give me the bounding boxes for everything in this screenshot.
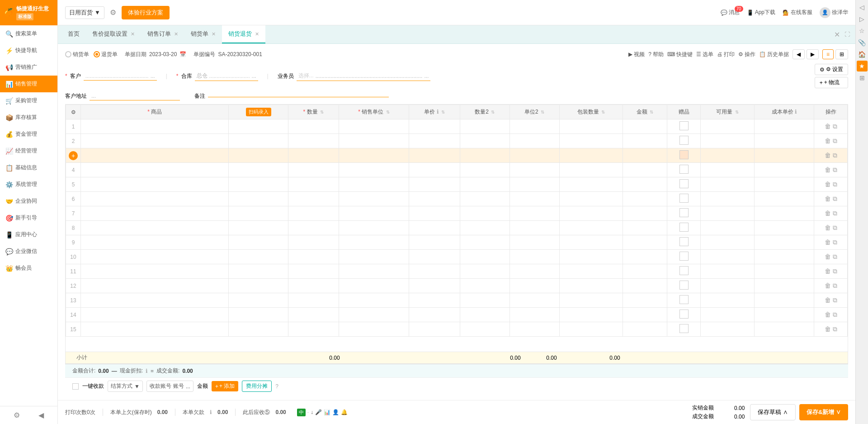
cost-cell[interactable] (755, 148, 814, 163)
gift-cell[interactable] (667, 119, 701, 134)
gift-checkbox[interactable] (679, 237, 689, 246)
payment-help-icon[interactable]: ? (275, 383, 278, 390)
unit2-cell[interactable] (509, 134, 559, 148)
tab-sales-bill-close[interactable]: ✕ (212, 31, 216, 37)
price-cell[interactable] (409, 134, 460, 148)
copy-row-btn[interactable]: ⧉ (833, 123, 837, 130)
add-payment-btn[interactable]: + + 添加 (212, 381, 238, 391)
available-sort[interactable]: ⇅ (735, 110, 739, 114)
delete-row-btn[interactable]: 🗑 (825, 137, 831, 145)
unit2-cell[interactable] (509, 119, 559, 134)
qty-cell[interactable] (288, 119, 339, 134)
gift-checkbox[interactable] (679, 150, 689, 159)
sidebar-item-guide[interactable]: 🎯 新手引导 (0, 210, 57, 226)
gift-checkbox[interactable] (679, 281, 689, 290)
radio-sales[interactable]: 销货单 (65, 51, 89, 58)
copy-row-btn[interactable]: ⧉ (833, 224, 837, 232)
gift-checkbox[interactable] (679, 208, 689, 217)
amount-cell[interactable] (623, 119, 667, 134)
col-scan[interactable]: 扫码录入 (229, 105, 288, 119)
copy-row-btn[interactable]: ⧉ (833, 166, 837, 174)
qty-cell[interactable] (288, 148, 339, 163)
delete-row-btn[interactable]: 🗑 (825, 195, 831, 203)
price-cell[interactable] (409, 119, 460, 134)
sidebar-item-sales[interactable]: 📊 销售管理 (0, 76, 57, 92)
copy-row-btn[interactable]: ⧉ (833, 137, 837, 145)
pack-sort[interactable]: ⇅ (601, 110, 605, 114)
sidebar-item-app-center[interactable]: 📱 应用中心 (0, 226, 57, 243)
gift-checkbox[interactable] (679, 223, 689, 232)
cost-cell[interactable] (755, 134, 814, 148)
status-icon-zhong[interactable]: 中 (297, 409, 306, 416)
delete-row-btn[interactable]: 🗑 (825, 210, 831, 217)
copy-row-btn[interactable]: ⧉ (833, 238, 837, 246)
unit-cell[interactable] (339, 148, 409, 163)
pack-cell[interactable] (559, 119, 623, 134)
toolbar-shortcut[interactable]: ⌨ 快捷键 (667, 51, 693, 58)
settings-btn[interactable]: ⚙ ⚙ 设置 (815, 64, 848, 75)
delete-row-btn[interactable]: 🗑 (825, 282, 831, 290)
unit-cell[interactable] (339, 119, 409, 134)
right-panel-btn-7[interactable]: ⊞ (857, 72, 868, 83)
copy-row-btn[interactable]: ⧉ (833, 195, 837, 203)
copy-row-btn[interactable]: ⧉ (833, 152, 837, 159)
delete-row-btn[interactable]: 🗑 (825, 325, 831, 333)
address-input[interactable]: ... (90, 92, 180, 100)
right-panel-btn-4[interactable]: 📎 (857, 37, 868, 48)
tab-sales-order[interactable]: 销售订单 ✕ (141, 25, 184, 43)
delete-row-btn[interactable]: 🗑 (825, 296, 831, 304)
gift-checkbox[interactable] (679, 266, 689, 275)
remark-input[interactable] (208, 95, 389, 97)
toolbar-video[interactable]: ▶ 视频 (628, 51, 645, 58)
available-cell[interactable] (700, 134, 754, 148)
amount-cell[interactable] (623, 134, 667, 148)
status-icon-dot[interactable]: · (307, 409, 309, 415)
gift-checkbox[interactable] (679, 121, 689, 130)
gift-checkbox[interactable] (679, 136, 689, 145)
status-icon-user[interactable]: 👤 (332, 409, 339, 415)
copy-row-btn[interactable]: ⧉ (833, 282, 837, 290)
amount-sort[interactable]: ⇅ (650, 110, 653, 114)
salesperson-input[interactable]: 选择... ..................................… (297, 71, 431, 81)
trial-button[interactable]: 体验行业方案 (122, 6, 170, 19)
delete-row-btn[interactable]: 🗑 (825, 238, 831, 246)
delete-row-btn[interactable]: 🗑 (825, 253, 831, 261)
price-cell[interactable] (409, 148, 460, 163)
new-goods-cell[interactable] (81, 148, 229, 163)
header-gear-btn[interactable]: ⚙ (108, 6, 118, 19)
delete-row-btn[interactable]: 🗑 (825, 123, 831, 130)
pack-cell[interactable] (559, 148, 623, 163)
gift-checkbox[interactable] (679, 324, 689, 333)
qty-sort[interactable]: ⇅ (320, 110, 324, 114)
gift-checkbox[interactable] (679, 310, 689, 319)
gift-checkbox[interactable] (679, 194, 689, 203)
settings-bottom-btn[interactable]: ⚙ (14, 411, 20, 419)
sidebar-item-marketing[interactable]: 📢 营销推广 (0, 59, 57, 76)
copy-row-btn[interactable]: ⧉ (833, 325, 837, 333)
copy-row-btn[interactable]: ⧉ (833, 253, 837, 261)
sidebar-item-enterprise[interactable]: 🤝 企业协同 (0, 193, 57, 210)
sidebar-item-basic-info[interactable]: 📋 基础信息 (0, 159, 57, 176)
available-cell[interactable] (700, 148, 754, 163)
goods-cell[interactable] (81, 119, 229, 134)
unit-cell[interactable] (339, 134, 409, 148)
equals-btn[interactable]: = (151, 368, 154, 374)
online-service-btn[interactable]: 💁 在线客服 (783, 9, 812, 16)
delete-row-btn[interactable]: 🗑 (825, 224, 831, 232)
delete-row-btn[interactable]: 🗑 (825, 267, 831, 275)
sidebar-item-quick-nav[interactable]: ⚡ 快捷导航 (0, 42, 57, 59)
toolbar-help[interactable]: ? 帮助 (648, 51, 664, 58)
gift-cell[interactable] (667, 148, 701, 163)
tab-sales-order-close[interactable]: ✕ (174, 31, 178, 37)
warehouse-input[interactable]: 总仓 ........................... ... (195, 71, 258, 81)
toolbar-history[interactable]: 📋 历史单据 (759, 51, 789, 58)
toolbar-print[interactable]: 🖨 打印 (717, 51, 735, 58)
prev-btn[interactable]: ◀ (793, 49, 805, 59)
status-icon-chart[interactable]: 📊 (324, 409, 330, 415)
list-view-btn[interactable]: ≡ (822, 49, 834, 59)
delete-row-btn[interactable]: 🗑 (825, 166, 831, 174)
copy-row-btn[interactable]: ⧉ (833, 296, 837, 304)
sidebar-item-purchase[interactable]: 🛒 采购管理 (0, 92, 57, 109)
price-sort[interactable]: ⇅ (441, 110, 445, 114)
copy-row-btn[interactable]: ⧉ (833, 267, 837, 275)
